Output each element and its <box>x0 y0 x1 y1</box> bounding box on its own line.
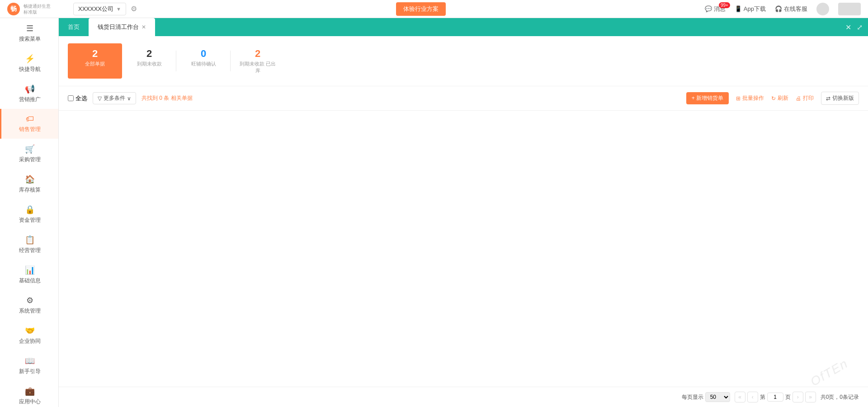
sidebar-item-quick-nav[interactable]: ⚡ 快捷导航 <box>0 48 58 79</box>
page-label: 第 <box>760 393 765 401</box>
sidebar-item-funds[interactable]: 🔒 资金管理 <box>0 199 58 229</box>
funds-icon: 🔒 <box>25 205 35 215</box>
logo-text: 畅捷通好生意 标准版 <box>24 3 51 15</box>
quick-nav-icon: ⚡ <box>25 54 35 64</box>
sidebar: ☰ 搜索菜单 ⚡ 快捷导航 📢 营销推广 🏷 销售管理 🛒 采购管理 🏠 库存核… <box>0 18 59 407</box>
stat-number-all: 2 <box>75 48 115 60</box>
found-count-number: 0 <box>159 95 162 101</box>
page-end-label: 页 <box>785 393 791 401</box>
switch-label: 切换新版 <box>832 94 854 102</box>
settings-icon[interactable]: ⚙ <box>131 5 137 13</box>
sidebar-item-label: 搜索菜单 <box>19 35 41 43</box>
found-count: 共找到 0 条 相关单据 <box>142 94 193 102</box>
sidebar-item-app-center[interactable]: 💼 应用中心 <box>0 381 58 407</box>
sidebar-item-base-info[interactable]: 📊 基础信息 <box>0 260 58 290</box>
batch-action-button[interactable]: ⊞ 批量操作 <box>736 94 764 102</box>
add-order-button[interactable]: + 新增销货单 <box>686 92 729 104</box>
sidebar-item-system[interactable]: ⚙ 系统管理 <box>0 290 58 320</box>
page-content: 2 全部单据 2 到期未收款 0 旺辅待确认 2 到期未收款 已出库 <box>59 36 868 407</box>
toolbar: 全选 ▽ 更多条件 ∨ 共找到 0 条 相关单据 + 新增销货单 ⊞ 批量 <box>59 86 868 111</box>
online-service-btn[interactable]: 🎧 在线客服 <box>775 5 807 13</box>
stat-number-overdue-out: 2 <box>238 48 278 60</box>
tab-close-icon[interactable]: ✕ <box>142 24 146 30</box>
close-tab-action[interactable]: ✕ <box>845 23 851 32</box>
system-icon: ⚙ <box>26 295 33 305</box>
current-page-input[interactable] <box>767 393 783 402</box>
sidebar-item-marketing[interactable]: 📢 营销推广 <box>0 79 58 109</box>
app-icon: 📱 <box>735 5 742 12</box>
found-unit: 条 相关单据 <box>164 95 192 101</box>
sidebar-item-search-menu[interactable]: ☰ 搜索菜单 <box>0 18 58 48</box>
sidebar-item-label: 库存核算 <box>19 186 41 194</box>
next-page-button[interactable]: › <box>793 392 803 402</box>
app-download-btn[interactable]: 📱 App下载 <box>735 5 766 13</box>
main-content: 首页 钱货日清工作台 ✕ ✕ ⤢ 2 全部单据 2 到期未收款 <box>59 18 868 407</box>
page-size-area: 每页显示 10 20 50 100 <box>682 392 730 402</box>
top-bar-center: 体验行业方案 <box>137 2 705 16</box>
tab-nav-actions: ✕ ⤢ <box>845 23 868 32</box>
refresh-icon: ↻ <box>771 95 776 102</box>
company-selector[interactable]: XXXXXX公司 ▼ <box>73 3 126 15</box>
service-icon: 🎧 <box>775 5 782 12</box>
select-all-checkbox[interactable]: 全选 <box>68 94 87 103</box>
total-info: 共0页，0条记录 <box>821 393 859 401</box>
main-layout: ☰ 搜索菜单 ⚡ 快捷导航 📢 营销推广 🏷 销售管理 🛒 采购管理 🏠 库存核… <box>0 18 868 407</box>
sidebar-item-label: 企业协同 <box>19 337 41 345</box>
sidebar-item-operations[interactable]: 📋 经营管理 <box>0 229 58 260</box>
stat-card-overdue[interactable]: 2 到期未收款 <box>122 43 176 79</box>
switch-version-button[interactable]: ⇄ 切换新版 <box>821 92 859 105</box>
print-icon: 🖨 <box>796 95 801 102</box>
top-bar: 畅 畅捷通好生意 标准版 XXXXXX公司 ▼ ⚙ 体验行业方案 💬 消息 99… <box>0 0 868 18</box>
prev-page-button[interactable]: ‹ <box>747 392 758 402</box>
stat-label-pending: 旺辅待确认 <box>184 61 223 67</box>
filter-label: 更多条件 <box>104 94 125 102</box>
tab-work-station-label: 钱货日清工作台 <box>98 23 139 31</box>
sidebar-item-enterprise[interactable]: 🤝 企业协同 <box>0 320 58 351</box>
sales-icon: 🏷 <box>26 114 34 124</box>
messages-btn[interactable]: 💬 消息 99+ <box>705 5 726 13</box>
logo-sub-text: 标准版 <box>24 9 51 15</box>
sidebar-item-label: 资金管理 <box>19 216 41 224</box>
sidebar-item-guide[interactable]: 📖 新手引导 <box>0 351 58 381</box>
guide-icon: 📖 <box>25 356 35 366</box>
pagination-bar: 每页显示 10 20 50 100 « ‹ 第 页 › » <box>59 387 868 407</box>
sidebar-item-purchase[interactable]: 🛒 采购管理 <box>0 139 58 169</box>
sidebar-item-inventory[interactable]: 🏠 库存核算 <box>0 169 58 199</box>
stat-card-pending[interactable]: 0 旺辅待确认 <box>176 43 231 79</box>
select-all-input[interactable] <box>68 95 74 101</box>
sidebar-item-label: 经营管理 <box>19 247 41 254</box>
logo-icon: 畅 <box>7 3 20 15</box>
per-page-select[interactable]: 10 20 50 100 <box>705 392 730 402</box>
company-name: XXXXXX公司 <box>78 5 113 13</box>
app-download-label: App下载 <box>744 5 766 13</box>
sidebar-item-label: 销售管理 <box>19 126 41 133</box>
sidebar-item-label: 新手引导 <box>19 368 41 375</box>
expand-tab-action[interactable]: ⤢ <box>857 23 863 32</box>
tab-work-station[interactable]: 钱货日清工作台 ✕ <box>89 18 155 36</box>
experience-button[interactable]: 体验行业方案 <box>396 2 446 16</box>
filter-button[interactable]: ▽ 更多条件 ∨ <box>93 92 136 104</box>
stat-card-overdue-out[interactable]: 2 到期未收款 已出库 <box>231 43 285 79</box>
switch-icon: ⇄ <box>826 95 830 102</box>
stat-number-pending: 0 <box>184 48 223 60</box>
inventory-icon: 🏠 <box>25 174 35 184</box>
first-page-button[interactable]: « <box>735 392 745 402</box>
operations-icon: 📋 <box>25 235 35 245</box>
sidebar-item-label: 快捷导航 <box>19 65 41 73</box>
stat-number-overdue: 2 <box>129 48 169 60</box>
batch-icon: ⊞ <box>736 95 741 102</box>
marketing-icon: 📢 <box>25 84 35 94</box>
sidebar-item-sales[interactable]: 🏷 销售管理 <box>0 109 58 139</box>
user-name-area[interactable] <box>838 3 861 15</box>
select-all-label: 全选 <box>75 94 87 103</box>
page-nav: « ‹ 第 页 › » <box>735 392 816 402</box>
stat-label-overdue: 到期未收款 <box>129 61 169 67</box>
last-page-button[interactable]: » <box>805 392 816 402</box>
avatar[interactable] <box>816 3 829 15</box>
print-button[interactable]: 🖨 打印 <box>796 94 814 102</box>
stat-label-overdue-out: 到期未收款 已出库 <box>238 61 278 74</box>
stat-card-all[interactable]: 2 全部单据 <box>68 43 122 79</box>
stats-row: 2 全部单据 2 到期未收款 0 旺辅待确认 2 到期未收款 已出库 <box>59 36 868 86</box>
refresh-button[interactable]: ↻ 刷新 <box>771 94 788 102</box>
tab-home[interactable]: 首页 <box>59 18 89 36</box>
